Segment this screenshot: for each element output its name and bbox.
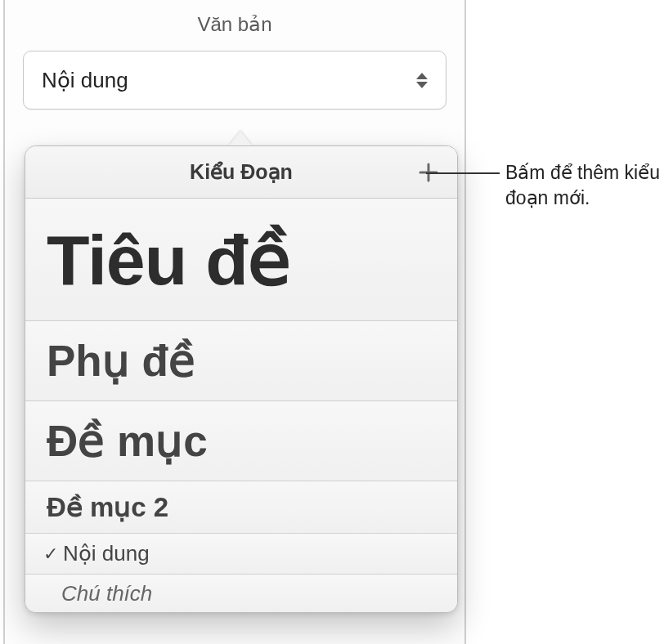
style-item-heading[interactable]: Đề mục <box>25 401 457 481</box>
style-label: Đề mục <box>47 416 208 466</box>
popover-header: Kiểu Đoạn <box>25 146 457 199</box>
popover-arrow <box>229 131 252 145</box>
style-label: Đề mục 2 <box>47 491 168 523</box>
style-item-heading2[interactable]: Đề mục 2 <box>25 481 457 534</box>
callout-text: Bấm để thêm kiểu đoạn mới. <box>505 160 661 211</box>
paragraph-styles-popover: Kiểu Đoạn Tiêu đề Phụ đề Đề mục Đề mục 2… <box>25 145 458 613</box>
style-item-caption[interactable]: Chú thích <box>25 575 457 612</box>
updown-chevron-icon <box>416 73 428 88</box>
dropdown-selected-label: Nội dung <box>42 68 128 93</box>
paragraph-style-dropdown[interactable]: Nội dung <box>23 51 446 110</box>
style-item-title[interactable]: Tiêu đề <box>25 199 457 321</box>
style-item-subtitle[interactable]: Phụ đề <box>25 321 457 401</box>
callout-leader-line <box>426 172 500 174</box>
panel-title: Văn bản <box>5 0 464 51</box>
popover-header-label: Kiểu Đoạn <box>190 160 293 184</box>
style-item-body[interactable]: ✓ Nội dung <box>25 534 457 575</box>
check-icon: ✓ <box>43 543 58 565</box>
style-label: Chú thích <box>61 581 152 606</box>
style-label: Nội dung <box>63 541 150 566</box>
style-label: Phụ đề <box>47 336 195 386</box>
style-label: Tiêu đề <box>47 219 290 301</box>
style-list: Tiêu đề Phụ đề Đề mục Đề mục 2 ✓ Nội dun… <box>25 199 457 612</box>
